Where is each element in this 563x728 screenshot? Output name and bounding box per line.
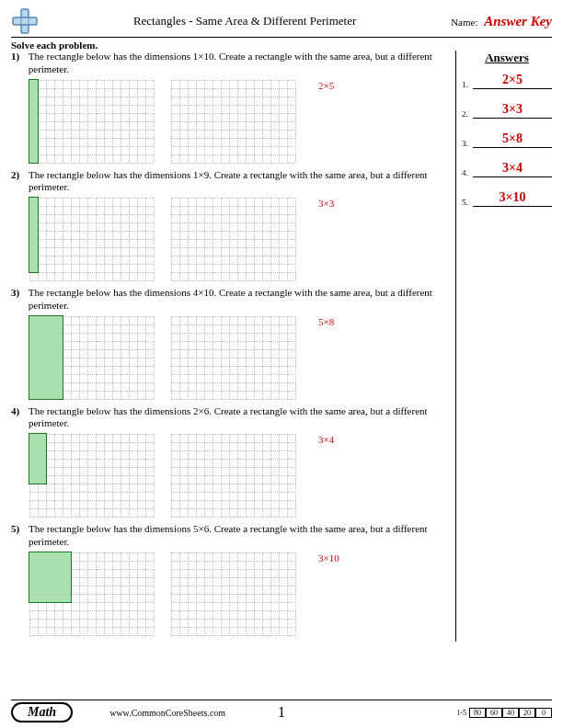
answer-hint: 2×5 — [318, 80, 334, 91]
score-bar: 1-5 806040200 — [456, 708, 552, 718]
worksheet-title: Rectangles - Same Area & Different Perim… — [39, 14, 451, 28]
given-grid — [29, 552, 155, 636]
given-grid — [29, 434, 155, 518]
given-rectangle — [29, 197, 39, 273]
answer-grid[interactable] — [171, 316, 296, 400]
problem-text: The rectangle below has the dimensions 4… — [29, 287, 448, 313]
answer-value: 3×3 — [473, 102, 552, 119]
problem-number: 5) — [11, 523, 29, 549]
score-box: 20 — [519, 708, 535, 718]
answer-hint: 3×3 — [318, 198, 334, 209]
footer: Math www.CommonCoreSheets.com 1 1-5 8060… — [11, 700, 552, 722]
answer-line: 5.3×10 — [462, 190, 552, 207]
problem-number: 4) — [11, 405, 29, 431]
given-rectangle — [29, 79, 39, 164]
answer-value: 5×8 — [473, 131, 552, 148]
answer-value: 3×4 — [473, 161, 552, 177]
problem-text: The rectangle below has the dimensions 1… — [29, 51, 448, 76]
answer-grid[interactable] — [171, 434, 296, 518]
answer-number: 3. — [462, 139, 473, 148]
score-box: 0 — [535, 708, 552, 718]
answer-value: 3×10 — [473, 190, 552, 207]
score-box: 80 — [469, 708, 486, 718]
answer-value: 2×5 — [473, 73, 552, 89]
problem-text: The rectangle below has the dimensions 5… — [29, 523, 448, 549]
problems-column: 1)The rectangle below has the dimensions… — [11, 51, 455, 642]
answers-column: Answers 1.2×52.3×33.5×84.3×45.3×10 — [455, 51, 552, 642]
given-rectangle — [29, 315, 63, 400]
problem-text: The rectangle below has the dimensions 1… — [29, 169, 448, 195]
answers-list: 1.2×52.3×33.5×84.3×45.3×10 — [462, 73, 552, 207]
answer-grid[interactable] — [171, 80, 296, 164]
name-value: Answer Key — [484, 14, 552, 28]
answer-line: 1.2×5 — [462, 73, 552, 89]
answer-hint: 5×8 — [318, 316, 334, 327]
answer-number: 1. — [462, 80, 473, 89]
answer-grid[interactable] — [171, 552, 296, 636]
score-boxes: 806040200 — [469, 708, 552, 718]
plus-logo-icon — [11, 7, 39, 35]
given-rectangle — [29, 552, 72, 603]
problem: 5)The rectangle below has the dimensions… — [11, 523, 448, 636]
answer-line: 2.3×3 — [462, 102, 552, 119]
page-number: 1 — [278, 704, 285, 721]
answer-number: 4. — [462, 168, 473, 177]
name-label: Name: — [451, 17, 477, 28]
worksheet-page: Rectangles - Same Area & Different Perim… — [0, 0, 563, 728]
given-grid — [29, 198, 155, 281]
name-field: Name: Answer Key — [451, 14, 552, 29]
answer-line: 3.5×8 — [462, 131, 552, 148]
problem: 4)The rectangle below has the dimensions… — [11, 405, 448, 518]
problem-number: 2) — [11, 169, 29, 195]
content: 1)The rectangle below has the dimensions… — [11, 51, 552, 642]
subject-badge: Math — [11, 702, 73, 722]
problem-text: The rectangle below has the dimensions 2… — [29, 405, 448, 431]
problem: 1)The rectangle below has the dimensions… — [11, 51, 448, 164]
answer-number: 2. — [462, 109, 473, 119]
problem-number: 1) — [11, 51, 29, 76]
problem: 2)The rectangle below has the dimensions… — [11, 169, 448, 282]
score-box: 40 — [502, 708, 519, 718]
answer-hint: 3×4 — [318, 434, 334, 445]
given-rectangle — [29, 433, 47, 484]
answer-hint: 3×10 — [318, 552, 339, 563]
given-grid — [29, 316, 155, 400]
answer-grid[interactable] — [171, 198, 296, 281]
instruction: Solve each problem. — [11, 40, 552, 51]
problem-number: 3) — [11, 287, 29, 313]
given-grid — [29, 80, 155, 164]
answer-line: 4.3×4 — [462, 161, 552, 177]
score-range: 1-5 — [456, 709, 466, 717]
svg-rect-1 — [13, 17, 37, 25]
answers-heading: Answers — [462, 51, 552, 65]
problem: 3)The rectangle below has the dimensions… — [11, 287, 448, 400]
header: Rectangles - Same Area & Different Perim… — [11, 7, 552, 38]
score-box: 60 — [486, 708, 502, 718]
answer-number: 5. — [462, 198, 473, 207]
